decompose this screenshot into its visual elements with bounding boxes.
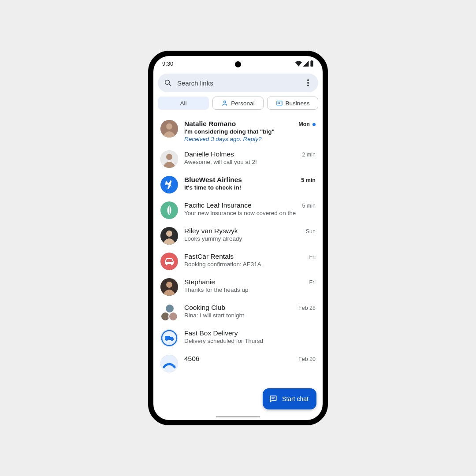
search-bar[interactable]: Search links <box>158 74 318 92</box>
conversation-name: Cooking Club <box>184 304 225 312</box>
conversation-row[interactable]: Stephanie Fri Thanks for the heads up <box>153 274 323 300</box>
group-avatar <box>160 304 178 321</box>
battery-icon <box>310 60 314 67</box>
avatar <box>160 227 178 245</box>
conversation-body: 4506 Feb 20 <box>184 355 316 363</box>
conversation-body: Pacific Leaf Insurance 5 min Your new in… <box>184 201 316 216</box>
svg-point-13 <box>166 154 172 160</box>
conversation-body: Danielle Holmes 2 min Awesome, will call… <box>184 150 316 165</box>
conversation-snippet: Thanks for the heads up <box>184 286 316 293</box>
conversation-time: Feb 20 <box>298 356 316 362</box>
conversation-snippet: Looks yummy already <box>184 235 316 242</box>
unread-dot <box>312 123 316 126</box>
conversation-time: Feb 28 <box>298 305 316 311</box>
conversation-time: Sun <box>306 228 316 234</box>
svg-point-18 <box>166 231 172 237</box>
conversation-row[interactable]: Fast Box Delivery Delivery scheduled for… <box>153 325 323 351</box>
home-indicator <box>216 416 260 417</box>
business-icon <box>276 100 283 107</box>
conversation-body: Natalie Romano Mon I'm considering doing… <box>184 120 316 142</box>
camera-notch <box>235 61 241 67</box>
conversation-time: Mon <box>298 121 316 127</box>
svg-point-4 <box>224 101 226 103</box>
conversation-time: Fri <box>309 254 316 260</box>
conversation-name: Danielle Holmes <box>184 150 234 158</box>
conversation-row[interactable]: Natalie Romano Mon I'm considering doing… <box>153 116 323 146</box>
avatar <box>160 201 178 219</box>
avatar <box>160 150 178 168</box>
avatar <box>160 278 178 296</box>
conversation-name: Natalie Romano <box>184 120 236 128</box>
svg-rect-6 <box>278 102 279 102</box>
svg-rect-7 <box>278 103 279 104</box>
status-icons <box>295 60 314 67</box>
conversation-row[interactable]: Cooking Club Feb 28 Rina: I will start t… <box>153 300 323 325</box>
svg-point-19 <box>160 253 178 270</box>
chip-personal-label: Personal <box>231 100 254 107</box>
conversation-name: Pacific Leaf Insurance <box>184 201 252 209</box>
conversation-body: Cooking Club Feb 28 Rina: I will start t… <box>184 304 316 319</box>
conversation-name: 4506 <box>184 355 199 363</box>
conversation-name: FastCar Rentals <box>184 253 234 260</box>
search-icon <box>164 79 172 87</box>
svg-line-3 <box>169 84 171 86</box>
svg-point-24 <box>166 282 172 288</box>
svg-point-22 <box>171 264 173 265</box>
svg-point-11 <box>166 123 172 130</box>
conversation-time: 2 min <box>302 152 316 158</box>
conversation-name: BlueWest Airlines <box>184 176 242 184</box>
svg-rect-27 <box>165 336 170 340</box>
chat-icon <box>269 394 278 403</box>
conversation-time: 5 min <box>302 203 316 209</box>
wifi-icon <box>295 61 302 67</box>
svg-point-21 <box>166 264 167 265</box>
conversation-snippet: Delivery scheduled for Thursd <box>184 338 316 344</box>
more-options-icon[interactable] <box>304 79 312 86</box>
conversation-row[interactable]: Danielle Holmes 2 min Awesome, will call… <box>153 146 323 172</box>
chip-all-label: All <box>180 100 186 107</box>
conversation-list[interactable]: Natalie Romano Mon I'm considering doing… <box>153 116 323 420</box>
conversation-time: Fri <box>309 279 316 286</box>
conversation-body: Riley van Ryswyk Sun Looks yummy already <box>184 227 316 242</box>
conversation-row[interactable]: Pacific Leaf Insurance 5 min Your new in… <box>153 197 323 223</box>
person-icon <box>221 100 228 107</box>
fab-label: Start chat <box>282 395 309 402</box>
svg-point-28 <box>166 339 167 341</box>
conversation-snippet: Booking confirmation: AE31A <box>184 261 316 268</box>
conversation-row[interactable]: Riley van Ryswyk Sun Looks yummy already <box>153 223 323 249</box>
cell-signal-icon <box>303 61 309 67</box>
conversation-body: FastCar Rentals Fri Booking confirmation… <box>184 253 316 268</box>
status-time: 9:30 <box>162 60 173 67</box>
conversation-body: BlueWest Airlines 5 min It's time to che… <box>184 176 316 191</box>
chip-business[interactable]: Business <box>267 97 318 110</box>
conversation-body: Stephanie Fri Thanks for the heads up <box>184 278 316 293</box>
conversation-time: 5 min <box>301 177 316 183</box>
svg-rect-0 <box>310 61 313 67</box>
conversation-row[interactable]: BlueWest Airlines 5 min It's time to che… <box>153 172 323 197</box>
conversation-snippet: Your new insurance is now covered on the <box>184 210 316 216</box>
svg-rect-20 <box>165 262 174 264</box>
conversation-row[interactable]: 4506 Feb 20 <box>153 351 323 376</box>
avatar <box>160 355 178 372</box>
conversation-row[interactable]: FastCar Rentals Fri Booking confirmation… <box>153 249 323 274</box>
chip-business-label: Business <box>286 100 310 107</box>
conversation-snippet: I'm considering doing that "big" <box>184 128 316 135</box>
avatar <box>160 253 178 270</box>
avatar <box>160 176 178 193</box>
conversation-snippet: Rina: I will start tonight <box>184 312 316 319</box>
conversation-snippet: It's time to check in! <box>184 184 316 191</box>
svg-rect-9 <box>279 103 280 104</box>
chip-all[interactable]: All <box>158 97 209 110</box>
svg-rect-8 <box>279 102 280 102</box>
conversation-snippet: Awesome, will call you at 2! <box>184 159 316 165</box>
search-placeholder: Search links <box>177 79 304 87</box>
avatar <box>160 120 178 138</box>
start-chat-fab[interactable]: Start chat <box>263 388 316 409</box>
filter-chips: All Personal Business <box>153 97 323 114</box>
chip-personal[interactable]: Personal <box>212 97 264 110</box>
conversation-body: Fast Box Delivery Delivery scheduled for… <box>184 329 316 344</box>
avatar <box>160 329 178 347</box>
phone-frame: 9:30 Search links All Personal Business … <box>148 51 328 425</box>
conversation-name: Riley van Ryswyk <box>184 227 238 235</box>
reply-nudge[interactable]: Received 3 days ago. Reply? <box>184 136 316 142</box>
